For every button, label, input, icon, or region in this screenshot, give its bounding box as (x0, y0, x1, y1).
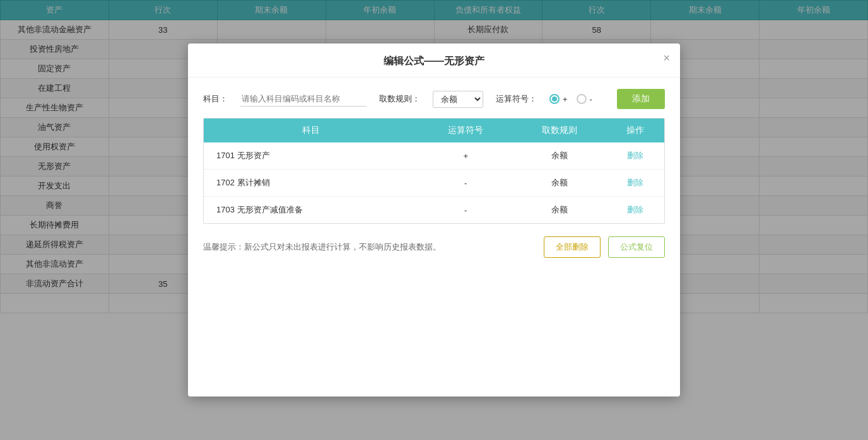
rule-select[interactable]: 余额 借方 贷方 (433, 91, 483, 108)
formula-subject: 1702 累计摊销 (204, 170, 419, 197)
formula-subject: 1701 无形资产 (204, 142, 419, 170)
modal-header: 编辑公式——无形资产 × (188, 43, 680, 78)
modal-title: 编辑公式——无形资产 (384, 55, 484, 66)
radio-minus-circle (577, 94, 587, 104)
radio-plus-circle (549, 94, 560, 104)
delete-row-button[interactable]: 删除 (627, 177, 643, 188)
formula-rule: 余额 (513, 142, 607, 170)
formula-table-wrap: 科目 运算符号 取数规则 操作 1701 无形资产 + 余额 删除 1702 累… (203, 118, 665, 224)
subject-input[interactable] (240, 91, 367, 107)
delete-all-button[interactable]: 全部删除 (544, 236, 601, 258)
reset-formula-button[interactable]: 公式复位 (608, 236, 665, 258)
formula-rule: 余额 (513, 170, 607, 197)
footer-tip: 温馨提示：新公式只对未出报表进行计算，不影响历史报表数据。 (203, 241, 441, 253)
modal-overlay: 编辑公式——无形资产 × 科目： 取数规则： 余额 借方 贷方 运算符号： (0, 0, 868, 440)
formula-row: 1701 无形资产 + 余额 删除 (204, 142, 664, 170)
modal-dialog: 编辑公式——无形资产 × 科目： 取数规则： 余额 借方 贷方 运算符号： (188, 43, 680, 397)
add-button[interactable]: 添加 (617, 89, 665, 109)
formula-action: 删除 (607, 142, 664, 170)
delete-row-button[interactable]: 删除 (627, 150, 643, 161)
modal-footer: 温馨提示：新公式只对未出报表进行计算，不影响历史报表数据。 全部删除 公式复位 (188, 224, 680, 263)
operator-label: 运算符号： (496, 93, 537, 105)
radio-plus[interactable]: + (549, 94, 568, 104)
formula-row: 1703 无形资产减值准备 - 余额 删除 (204, 197, 664, 224)
th-rule: 取数规则 (513, 119, 607, 142)
formula-operator: - (419, 170, 513, 197)
rule-select-wrap: 余额 借方 贷方 (433, 91, 483, 108)
radio-plus-label: + (563, 95, 568, 104)
formula-rule: 余额 (513, 197, 607, 224)
modal-close-button[interactable]: × (663, 52, 670, 64)
formula-operator: - (419, 197, 513, 224)
radio-minus[interactable]: - (577, 94, 592, 104)
delete-row-button[interactable]: 删除 (627, 204, 643, 216)
page-container: 资产 行次 期末余额 年初余额 负债和所有者权益 行次 期末余额 年初余额 其他… (0, 0, 868, 440)
th-action: 操作 (607, 119, 664, 142)
formula-action: 删除 (607, 197, 664, 224)
formula-table: 科目 运算符号 取数规则 操作 1701 无形资产 + 余额 删除 1702 累… (204, 119, 664, 223)
formula-form: 科目： 取数规则： 余额 借方 贷方 运算符号： + (188, 78, 680, 118)
formula-subject: 1703 无形资产减值准备 (204, 197, 419, 224)
th-operator: 运算符号 (419, 119, 513, 142)
operator-radio-group: + - (549, 94, 592, 104)
formula-operator: + (419, 142, 513, 170)
subject-label: 科目： (203, 93, 228, 105)
formula-action: 删除 (607, 170, 664, 197)
rule-label: 取数规则： (379, 93, 420, 105)
radio-minus-label: - (590, 95, 592, 104)
formula-row: 1702 累计摊销 - 余额 删除 (204, 170, 664, 197)
th-subject: 科目 (204, 119, 419, 142)
footer-buttons: 全部删除 公式复位 (544, 236, 665, 258)
